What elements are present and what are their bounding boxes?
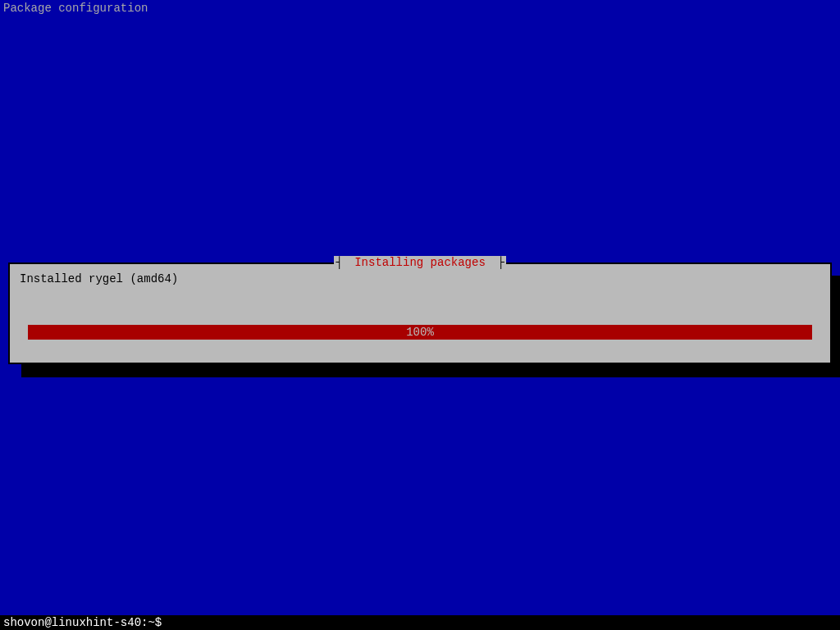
title-decoration-right: ├ [497, 256, 504, 269]
terminal-prompt[interactable]: shovon@linuxhint-s40:~$ [0, 615, 840, 630]
dialog-title-wrap: ┤ Installing packages ├ [10, 256, 830, 269]
progress-label: 100% [28, 326, 812, 339]
title-decoration-left: ┤ [336, 256, 342, 269]
dialog-title: Installing packages [349, 256, 491, 269]
progress-bar: 100% [28, 325, 812, 340]
progress-fill: 100% [28, 325, 812, 340]
dialog-container: ┤ Installing packages ├ Installed rygel … [8, 262, 832, 364]
dialog-title-line: ┤ Installing packages ├ [334, 256, 505, 269]
page-title: Package configuration [0, 0, 840, 16]
installing-packages-dialog: ┤ Installing packages ├ Installed rygel … [8, 262, 832, 364]
